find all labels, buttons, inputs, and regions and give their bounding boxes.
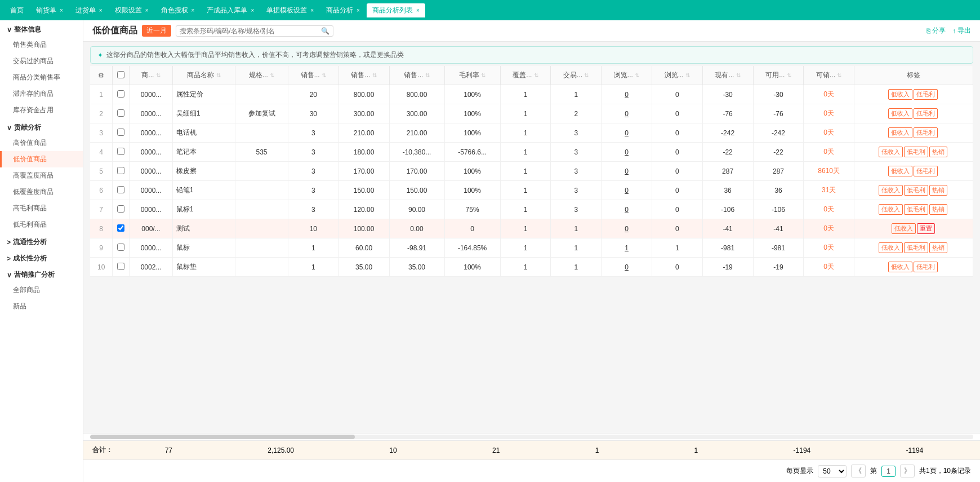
close-icon[interactable]: × [357,7,360,14]
col-current[interactable]: 现有... ⇅ [702,66,753,85]
row-sales-amt: 170.00 [338,162,389,181]
col-code[interactable]: 商... ⇅ [130,66,172,85]
sidebar-item-all-products[interactable]: 全部商品 [0,282,83,298]
close-icon[interactable]: × [99,7,103,14]
row-checkbox-cell[interactable] [113,258,130,277]
sidebar-section-overall[interactable]: ∨ 整体信息 [0,20,83,37]
share-button[interactable]: ⎘ 分享 [926,26,946,36]
row-checkbox-cell[interactable] [113,238,130,258]
close-icon[interactable]: × [145,7,149,14]
sidebar-item-high-value[interactable]: 高价值商品 [0,135,83,151]
col-gear[interactable]: ⚙ [90,66,113,85]
col-name[interactable]: 商品名称 ⇅ [172,66,235,85]
row-browse1[interactable]: 0 [602,219,652,238]
sidebar-section-growth[interactable]: > 成长性分析 [0,249,83,266]
row-checkbox[interactable] [117,167,124,174]
row-checkbox[interactable] [117,129,124,136]
row-checkbox-cell[interactable] [113,85,130,104]
next-page-button[interactable]: 》 [900,465,915,477]
sidebar-section-marketing[interactable]: ∨ 营销推广分析 [0,266,83,282]
search-icon[interactable]: 🔍 [321,27,329,35]
row-browse1[interactable]: 0 [602,181,652,200]
row-checkbox[interactable] [117,90,124,98]
col-coverage[interactable]: 覆盖... ⇅ [500,66,551,85]
col-check[interactable] [113,66,130,85]
sidebar-item-low-value[interactable]: 低价值商品 [0,151,83,167]
row-checkbox-cell[interactable] [113,162,130,181]
col-available[interactable]: 可用... ⇅ [753,66,804,85]
col-browse1[interactable]: 浏览... ⇅ [602,66,652,85]
row-checkbox[interactable] [117,109,124,117]
sidebar-item-sales-category[interactable]: 销售类商品 [0,37,83,53]
nav-permission[interactable]: 权限设置 × [109,3,154,17]
row-browse1[interactable]: 0 [602,123,652,143]
nav-product-analysis[interactable]: 商品分析 × [320,3,366,17]
nav-template-settings[interactable]: 单据模板设置 × [261,3,319,17]
export-button[interactable]: ↑ 导出 [952,26,971,36]
sidebar-item-inventory-capital[interactable]: 库存资金占用 [0,102,83,118]
row-checkbox-cell[interactable] [113,181,130,200]
search-input[interactable] [180,27,321,35]
sidebar-item-high-margin[interactable]: 高毛利商品 [0,200,83,216]
row-checkbox[interactable] [117,224,124,232]
col-saleable[interactable]: 可销... ⇅ [804,66,854,85]
sidebar-item-slow-moving[interactable]: 滞库存的商品 [0,86,83,102]
row-browse1[interactable]: 0 [602,143,652,162]
sidebar-section-flow[interactable]: > 流通性分析 [0,233,83,249]
row-checkbox[interactable] [117,205,124,213]
col-browse2[interactable]: 浏览... ⇅ [652,66,702,85]
filter-recent-month-button[interactable]: 近一月 [142,25,171,37]
close-icon[interactable]: × [251,7,254,14]
close-icon[interactable]: × [60,7,63,14]
horizontal-scrollbar[interactable] [83,433,980,440]
first-page-button[interactable]: 《 [851,465,866,477]
close-icon[interactable]: × [416,7,420,14]
row-browse1[interactable]: 0 [602,85,652,104]
sidebar-item-new-products[interactable]: 新品 [0,298,83,315]
row-checkbox[interactable] [117,186,124,193]
row-checkbox-cell[interactable] [113,219,130,238]
nav-home[interactable]: 首页 [5,3,29,17]
row-browse1[interactable]: 0 [602,104,652,123]
row-checkbox[interactable] [117,148,124,155]
row-tags: 低收入低毛利 [854,123,973,143]
close-icon[interactable]: × [191,7,195,14]
row-browse1[interactable]: 0 [602,200,652,219]
row-checkbox-cell[interactable] [113,123,130,143]
row-tags: 低收入低毛利 [854,162,973,181]
nav-sales-order[interactable]: 销货单 × [30,3,69,17]
settings-icon[interactable]: ⚙ [98,72,104,79]
nav-purchase-order[interactable]: 进货单 × [70,3,108,17]
sidebar-item-category-rate[interactable]: 商品分类销售率 [0,69,83,86]
col-margin[interactable]: 毛利率 ⇅ [444,66,500,85]
row-code: 0000... [130,181,172,200]
row-checkbox[interactable] [117,263,124,270]
row-browse1[interactable]: 0 [602,258,652,277]
col-sales-cost[interactable]: 销售... ⇅ [389,66,444,85]
nav-product-inbound[interactable]: 产成品入库单 × [201,3,260,17]
sidebar-item-traded[interactable]: 交易过的商品 [0,53,83,69]
row-name: 吴细细1 [172,104,235,123]
row-browse1[interactable]: 0 [602,162,652,181]
col-trade[interactable]: 交易... ⇅ [551,66,602,85]
close-icon[interactable]: × [310,7,314,14]
select-all-checkbox[interactable] [117,71,124,78]
row-browse1[interactable]: 1 [602,238,652,258]
search-box[interactable]: 🔍 [176,25,333,37]
sidebar-item-high-coverage[interactable]: 高覆盖度商品 [0,167,83,184]
col-sales-qty[interactable]: 销售... ⇅ [288,66,338,85]
row-checkbox-cell[interactable] [113,143,130,162]
col-spec[interactable]: 规格... ⇅ [235,66,288,85]
row-name: 橡皮擦 [172,162,235,181]
row-checkbox-cell[interactable] [113,104,130,123]
sidebar-section-contribution[interactable]: ∨ 贡献分析 [0,118,83,135]
sidebar-item-low-coverage[interactable]: 低覆盖度商品 [0,184,83,200]
row-checkbox-cell[interactable] [113,200,130,219]
sidebar-item-low-margin[interactable]: 低毛利商品 [0,216,83,233]
per-page-select[interactable]: 50 100 200 [818,465,847,477]
col-sales-amt[interactable]: 销售... ⇅ [338,66,389,85]
row-checkbox[interactable] [117,244,124,251]
nav-role-auth[interactable]: 角色授权 × [155,3,201,17]
nav-product-analysis-list[interactable]: 商品分析列表 × [367,3,425,17]
row-saleable: 0天 [804,123,854,143]
